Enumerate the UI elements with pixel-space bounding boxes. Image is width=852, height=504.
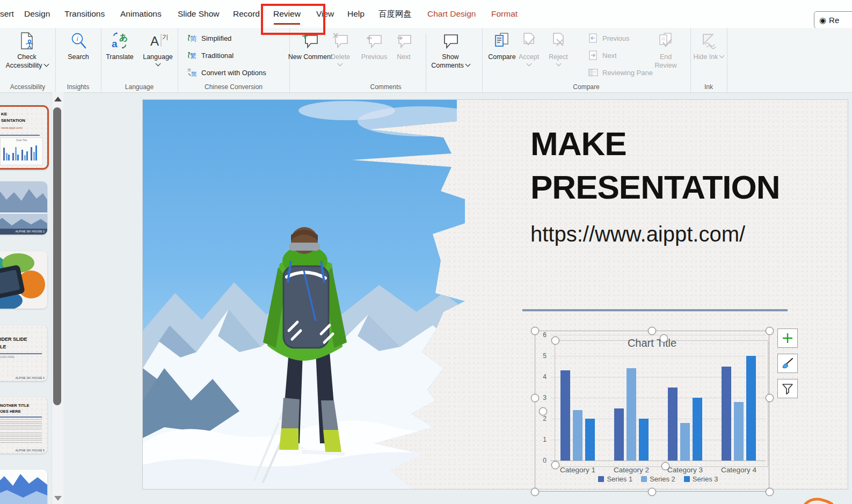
tab-design[interactable]: Design xyxy=(24,0,50,28)
thumb4-subtext: GOES HERE xyxy=(0,356,14,359)
bar-series-2-category-4[interactable] xyxy=(734,402,744,461)
selection-handle[interactable] xyxy=(660,334,668,342)
thumbnail-slide-1[interactable]: KE SENTATION /www.aippt.com/ Chart Title xyxy=(0,105,49,170)
search-icon: i xyxy=(69,31,88,51)
group-caption-language: Language xyxy=(101,83,178,91)
selection-handle[interactable] xyxy=(539,407,547,415)
chart-gridline xyxy=(551,335,766,335)
traditional-button[interactable]: 繁 Traditional xyxy=(187,48,234,62)
scrollbar-thumb[interactable] xyxy=(53,107,61,405)
x-axis-category-label: Category 4 xyxy=(712,466,766,474)
bar-series-2-category-2[interactable] xyxy=(627,368,636,461)
bar-series-2-category-1[interactable] xyxy=(573,410,582,461)
tab-sert[interactable]: sert xyxy=(0,0,14,28)
tab-help[interactable]: Help xyxy=(347,0,365,28)
thumb5-footer: ALPINE SKI HOUSE 5 xyxy=(16,449,45,452)
ribbon-group-comments: New Comment Delete Previous Next xyxy=(289,28,483,92)
svg-text:简: 简 xyxy=(190,35,196,42)
thumb6-image xyxy=(0,470,47,504)
selection-handle[interactable] xyxy=(648,488,656,496)
bar-series-3-category-4[interactable] xyxy=(746,356,756,461)
bar-series-1-category-2[interactable] xyxy=(614,408,624,461)
selection-handle[interactable] xyxy=(661,462,669,470)
thumbnail-slide-6[interactable] xyxy=(0,470,47,504)
language-icon: A가 xyxy=(148,31,168,51)
simplified-button[interactable]: 简 Simplified xyxy=(187,31,231,45)
tab-transitions[interactable]: Transitions xyxy=(64,0,105,28)
thumb1-mini-chart: Chart Title xyxy=(0,137,43,165)
scrollbar-down-arrow-icon[interactable] xyxy=(54,496,62,501)
show-comments-button[interactable]: Show Comments xyxy=(428,31,473,70)
ribbon-group-ink: Hide Ink Ink xyxy=(690,28,727,92)
chart-title[interactable]: Chart Title xyxy=(535,337,769,349)
review-tab-annotation-box xyxy=(261,4,325,35)
accept-button: Accept xyxy=(512,31,545,65)
tab-animations[interactable]: Animations xyxy=(120,0,162,28)
check-accessibility-button[interactable]: Check Accessibility xyxy=(3,31,50,70)
selection-handle[interactable] xyxy=(766,394,774,402)
tab-chart-design[interactable]: Chart Design xyxy=(427,0,476,28)
legend-swatch xyxy=(598,476,604,482)
legend-item-series-3: Series 3 xyxy=(684,475,718,483)
bar-series-3-category-1[interactable] xyxy=(585,419,595,461)
thumbnail-slide-5[interactable]: NOTHER TITLE OES HERE ALPINE SKI HOUSE 5 xyxy=(0,397,47,454)
selection-handle[interactable] xyxy=(766,488,774,496)
bar-series-3-category-3[interactable] xyxy=(693,398,702,461)
selection-handle[interactable] xyxy=(766,327,774,335)
check-accessibility-label: Check Accessibility xyxy=(3,53,50,70)
language-label: Language xyxy=(143,53,173,65)
svg-text:i: i xyxy=(77,35,78,43)
hide-ink-label: Hide Ink xyxy=(694,53,724,61)
chart-object[interactable]: Chart Title 0123456 Category 1Category 2… xyxy=(535,331,769,492)
record-button[interactable]: ◉ Re xyxy=(814,11,852,28)
selection-handle[interactable] xyxy=(551,337,559,345)
slide-url-text[interactable]: https://www.aippt.com/ xyxy=(530,222,745,246)
group-caption-ink: Ink xyxy=(690,83,727,91)
selection-handle[interactable] xyxy=(531,394,539,402)
convert-with-options-button[interactable]: 简简 Convert with Options xyxy=(187,65,266,79)
chart-filters-button[interactable] xyxy=(777,379,798,398)
thumb2-footer: ALPINE SKI HOUSE 2 xyxy=(16,230,45,233)
thumbnail-slide-4[interactable]: IDER SLIDE LE GOES HERE ALPINE SKI HOUSE… xyxy=(0,325,47,381)
slide-divider-rule xyxy=(522,309,788,311)
show-comments-icon xyxy=(441,31,460,51)
selection-handle[interactable] xyxy=(531,488,539,496)
bar-series-3-category-2[interactable] xyxy=(639,419,649,461)
thumbnail-scrollbar[interactable] xyxy=(52,92,63,504)
legend-item-series-2: Series 2 xyxy=(641,475,675,483)
language-button[interactable]: A가 Language xyxy=(134,31,181,65)
selection-handle[interactable] xyxy=(551,461,559,469)
svg-text:简: 简 xyxy=(187,68,191,72)
slide-canvas[interactable]: MAKE PRESENTATION https://www.aippt.com/… xyxy=(142,99,848,490)
selection-handle[interactable] xyxy=(531,327,539,335)
chart-styles-button[interactable] xyxy=(777,354,798,373)
previous-change-button: Previous xyxy=(588,31,630,45)
traditional-icon: 繁 xyxy=(187,50,198,61)
thumbnail-slide-3[interactable] xyxy=(0,251,47,309)
tab-record[interactable]: Record xyxy=(233,0,260,28)
thumb1-mini-bar xyxy=(17,155,19,160)
slide-title[interactable]: MAKE PRESENTATION xyxy=(530,122,810,209)
y-axis-tick-label: 1 xyxy=(536,436,547,443)
bar-series-1-category-1[interactable] xyxy=(560,370,570,461)
convert-with-options-icon: 简简 xyxy=(187,67,198,78)
bar-series-1-category-4[interactable] xyxy=(722,367,731,461)
bar-series-2-category-3[interactable] xyxy=(680,423,690,461)
thumb5-title-line2: OES HERE xyxy=(0,408,30,414)
selection-handle[interactable] xyxy=(648,327,656,335)
tab-百度网盘[interactable]: 百度网盘 xyxy=(378,0,412,28)
add-chart-element-button[interactable] xyxy=(777,328,798,348)
next-change-icon xyxy=(588,50,599,61)
thumbnail-slide-2[interactable]: ALPINE SKI HOUSE 2 xyxy=(0,181,47,235)
next-comment-button: Next xyxy=(387,31,420,61)
x-axis-category-label: Category 1 xyxy=(551,466,605,474)
tab-format[interactable]: Format xyxy=(491,0,518,28)
scrollbar-up-arrow-icon[interactable] xyxy=(54,97,62,101)
search-button[interactable]: i Search xyxy=(55,31,102,61)
ribbon-group-language: aあ Translate A가 Language Language xyxy=(101,28,178,92)
thumb4-footer: ALPINE SKI HOUSE 4 xyxy=(16,376,45,379)
bar-series-1-category-3[interactable] xyxy=(668,388,678,461)
ribbon-group-compare: Compare Accept Reject Previous Next xyxy=(482,28,691,92)
tab-slide-show[interactable]: Slide Show xyxy=(178,0,220,28)
x-axis-category-label: Category 2 xyxy=(605,466,658,474)
